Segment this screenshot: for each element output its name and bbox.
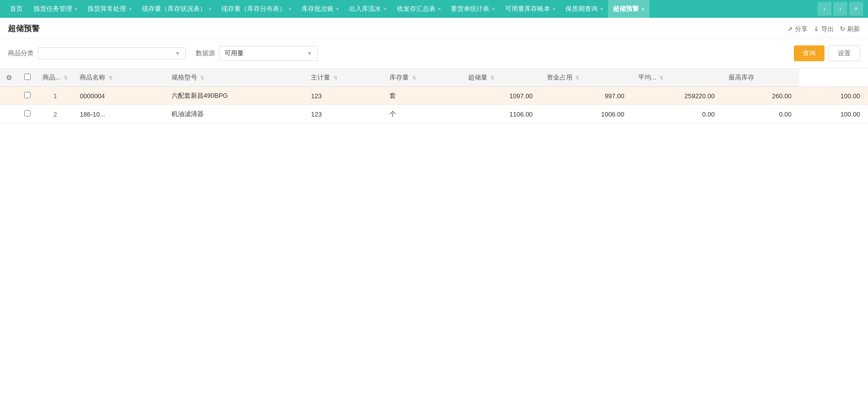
filter-area: 商品分类 ▼ 数据源 可用量 ▼ 查询 设置 (0, 39, 868, 69)
tab-5-close[interactable]: × (336, 6, 339, 12)
row-stock: 1106.00 (462, 105, 541, 123)
row-capital: 259220.00 (632, 87, 723, 105)
refresh-icon: ↻ (840, 25, 845, 33)
filter-buttons: 查询 设置 (794, 45, 860, 61)
row-maxstock: 100.00 (799, 87, 868, 105)
tab-11[interactable]: 超储预警 × (608, 0, 649, 18)
tab-2[interactable]: 拣货异常处理 × (83, 0, 136, 18)
row-over: 997.00 (541, 87, 632, 105)
category-dropdown-arrow: ▼ (175, 50, 180, 56)
row-sku: 0000004 (74, 87, 165, 105)
th-maxstock[interactable]: 最高库存 (723, 69, 799, 87)
th-capital[interactable]: 资金占用 ⇅ (541, 69, 632, 87)
row-over: 1006.00 (541, 105, 632, 123)
tab-9-close[interactable]: × (553, 6, 556, 12)
query-button[interactable]: 查询 (794, 45, 825, 61)
tab-10-close[interactable]: × (600, 6, 603, 12)
tab-9[interactable]: 可用量库存账本 × (500, 0, 561, 18)
share-button[interactable]: ➚ 分享 (787, 25, 808, 34)
tab-8-close[interactable]: × (492, 6, 495, 12)
table-body: 1 0000004 六配套新昌490BPG 123 套 1097.00 997.… (0, 87, 868, 123)
row-avg: 260.00 (723, 87, 799, 105)
th-spec[interactable]: 规格型号 ⇅ (166, 69, 305, 87)
table-row: 1 0000004 六配套新昌490BPG 123 套 1097.00 997.… (0, 87, 868, 105)
th-over[interactable]: 超储量 ⇅ (462, 69, 541, 87)
sort-icon-name: ⇅ (109, 75, 113, 80)
table-header-row: ⚙ 商品... ⇅ 商品名称 ⇅ 规格型号 ⇅ 主计量 (0, 69, 868, 87)
sort-icon-sku: ⇅ (64, 75, 68, 80)
tab-10[interactable]: 保质期查询 × (561, 0, 608, 18)
row-stock: 1097.00 (462, 87, 541, 105)
row-checkbox-0[interactable] (24, 92, 31, 98)
tab-6[interactable]: 出入库流水 × (344, 0, 391, 18)
sort-icon-unit: ⇅ (334, 75, 338, 80)
th-unit[interactable]: 主计量 ⇅ (305, 69, 384, 87)
nav-arrow-left[interactable]: ‹ (818, 2, 831, 16)
setting-button[interactable]: 设置 (828, 45, 860, 61)
row-checkbox-cell[interactable] (18, 105, 37, 123)
row-name: 六配套新昌490BPG (166, 87, 305, 105)
refresh-button[interactable]: ↻ 刷新 (840, 25, 860, 34)
nav-bar: 首页 拣货任务管理 × 拣货异常处理 × 现存量（库存状况表） × 现存量（库存… (0, 0, 868, 18)
table-row: 2 186-10... 机油滤清器 123 个 1106.00 1006.00 … (0, 105, 868, 123)
sort-icon-capital: ⇅ (575, 75, 579, 80)
th-checkbox[interactable] (18, 69, 37, 87)
page-header: 超储预警 ➚ 分享 ⇓ 导出 ↻ 刷新 (0, 18, 868, 39)
tab-3[interactable]: 现存量（库存状况表） × (137, 0, 217, 18)
row-unit: 套 (384, 87, 462, 105)
tab-4-close[interactable]: × (288, 6, 291, 12)
export-icon: ⇓ (814, 25, 819, 33)
datasource-select[interactable]: 可用量 ▼ (219, 46, 318, 61)
row-num-cell: 2 (37, 105, 74, 123)
share-icon: ➚ (787, 25, 793, 33)
tab-8[interactable]: 要货单统计表 × (446, 0, 500, 18)
nav-arrows: ‹ › × (817, 2, 864, 16)
th-avg[interactable]: 平均... ⇅ (632, 69, 723, 87)
tab-1[interactable]: 拣货任务管理 × (29, 0, 83, 18)
category-filter-group: 商品分类 ▼ (8, 47, 186, 59)
row-checkbox-cell[interactable] (18, 87, 37, 105)
datasource-dropdown-arrow: ▼ (307, 50, 312, 56)
main-table: ⚙ 商品... ⇅ 商品名称 ⇅ 规格型号 ⇅ 主计量 (0, 69, 868, 123)
tab-2-close[interactable]: × (129, 6, 131, 12)
datasource-label: 数据源 (196, 49, 215, 58)
sort-icon-stock: ⇅ (412, 75, 416, 80)
tab-11-close[interactable]: × (641, 6, 644, 12)
category-select[interactable]: ▼ (38, 47, 186, 59)
nav-home[interactable]: 首页 (4, 0, 29, 18)
sort-icon-spec: ⇅ (200, 75, 204, 80)
row-capital: 0.00 (632, 105, 723, 123)
select-all-checkbox[interactable] (24, 74, 31, 80)
row-spec: 123 (305, 105, 384, 123)
table-wrapper: ⚙ 商品... ⇅ 商品名称 ⇅ 规格型号 ⇅ 主计量 (0, 69, 868, 123)
nav-arrow-right[interactable]: › (833, 2, 847, 16)
tab-5[interactable]: 库存批次账 × (297, 0, 344, 18)
sort-icon-avg: ⇅ (659, 75, 663, 80)
tab-1-close[interactable]: × (75, 6, 78, 12)
row-num-cell: 1 (37, 87, 74, 105)
th-name[interactable]: 商品名称 ⇅ (74, 69, 165, 87)
row-unit: 个 (384, 105, 462, 123)
tab-7-close[interactable]: × (438, 6, 441, 12)
th-sku[interactable]: 商品... ⇅ (37, 69, 74, 87)
header-actions: ➚ 分享 ⇓ 导出 ↻ 刷新 (787, 25, 860, 34)
tab-4[interactable]: 现存量（库存分布表） × (217, 0, 296, 18)
th-settings[interactable]: ⚙ (0, 69, 18, 87)
row-settings-cell (0, 87, 18, 105)
nav-arrow-close[interactable]: × (849, 2, 863, 16)
settings-gear-icon[interactable]: ⚙ (6, 74, 12, 81)
export-button[interactable]: ⇓ 导出 (814, 25, 834, 34)
page-title: 超储预警 (8, 24, 40, 34)
tab-6-close[interactable]: × (384, 6, 387, 12)
th-stock[interactable]: 库存量 ⇅ (384, 69, 462, 87)
row-avg: 0.00 (723, 105, 799, 123)
row-settings-cell (0, 105, 18, 123)
category-label: 商品分类 (8, 49, 34, 58)
row-checkbox-1[interactable] (24, 110, 31, 117)
datasource-filter-group: 数据源 可用量 ▼ (196, 46, 318, 61)
row-sku: 186-10... (74, 105, 165, 123)
tab-3-close[interactable]: × (209, 6, 212, 12)
row-maxstock: 100.00 (799, 105, 868, 123)
tab-7[interactable]: 收发存汇总表 × (392, 0, 446, 18)
row-name: 机油滤清器 (166, 105, 305, 123)
